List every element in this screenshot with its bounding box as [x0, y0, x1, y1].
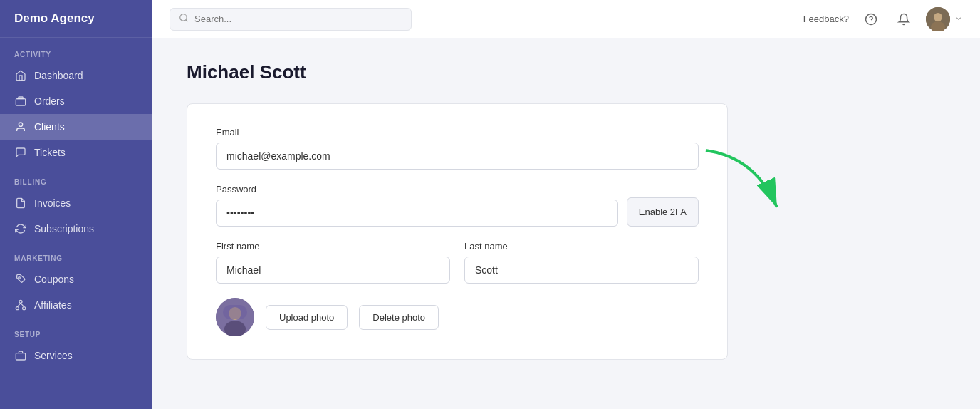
form-card: Email Password Enable 2FA First name Las…	[187, 103, 728, 360]
sidebar-label-orders: Orders	[34, 95, 65, 107]
chat-icon	[14, 146, 27, 159]
svg-line-9	[186, 19, 188, 21]
email-group: Email	[216, 127, 699, 170]
section-marketing: MARKETING	[0, 242, 152, 266]
sidebar-item-tickets[interactable]: Tickets	[0, 140, 152, 165]
sidebar-label-clients: Clients	[34, 121, 65, 133]
first-name-field[interactable]	[216, 257, 450, 284]
search-icon	[179, 13, 189, 26]
profile-photo-avatar	[216, 298, 254, 336]
last-name-field[interactable]	[464, 257, 699, 284]
feedback-link[interactable]: Feedback?	[803, 14, 849, 24]
sidebar-item-services[interactable]: Services	[0, 343, 152, 368]
svg-point-2	[19, 300, 22, 303]
green-arrow-annotation	[699, 143, 791, 229]
svg-point-1	[19, 277, 21, 279]
doc-icon	[14, 197, 27, 209]
brand-name: Demo Agency	[0, 0, 152, 38]
svg-point-4	[23, 307, 26, 310]
svg-rect-18	[223, 305, 247, 319]
topbar-right: Feedback?	[803, 7, 963, 31]
svg-rect-7	[16, 353, 25, 360]
page-title: Michael Scott	[187, 61, 946, 83]
sidebar-label-coupons: Coupons	[34, 274, 74, 285]
user-avatar-menu[interactable]	[926, 7, 963, 31]
sidebar-label-subscriptions: Subscriptions	[34, 223, 94, 234]
svg-line-5	[17, 303, 21, 306]
photo-row: Upload photo Delete photo	[216, 298, 699, 336]
sidebar-label-tickets: Tickets	[34, 147, 66, 158]
password-group: Password	[216, 184, 618, 227]
delete-photo-button[interactable]: Delete photo	[359, 305, 439, 330]
last-name-group: Last name	[464, 241, 699, 284]
user-icon	[14, 120, 27, 133]
email-label: Email	[216, 127, 699, 138]
tag-icon	[14, 273, 27, 286]
main-area: Feedback? Mic	[152, 0, 980, 409]
home-icon	[14, 69, 27, 82]
sidebar-item-subscriptions[interactable]: Subscriptions	[0, 216, 152, 242]
sidebar-label-services: Services	[34, 350, 73, 361]
briefcase-icon	[14, 349, 27, 362]
password-field[interactable]	[216, 200, 618, 227]
sidebar-item-invoices[interactable]: Invoices	[0, 190, 152, 216]
sidebar-item-orders[interactable]: Orders	[0, 88, 152, 114]
svg-point-8	[180, 14, 187, 20]
sidebar-label-invoices: Invoices	[34, 197, 71, 209]
avatar	[926, 7, 950, 31]
upload-photo-button[interactable]: Upload photo	[266, 305, 348, 330]
section-setup: SETUP	[0, 318, 152, 343]
affiliates-icon	[14, 299, 27, 311]
svg-point-13	[934, 13, 942, 21]
help-icon-button[interactable]	[860, 9, 882, 30]
password-label: Password	[216, 184, 618, 195]
email-field[interactable]	[216, 143, 699, 170]
password-row: Password Enable 2FA	[216, 184, 699, 227]
sidebar-label-affiliates: Affiliates	[34, 299, 72, 311]
search-wrap[interactable]	[170, 8, 412, 31]
section-billing: BILLING	[0, 165, 152, 190]
sidebar-item-coupons[interactable]: Coupons	[0, 266, 152, 292]
last-name-label: Last name	[464, 241, 699, 252]
orders-icon	[14, 95, 27, 108]
enable-2fa-button[interactable]: Enable 2FA	[627, 197, 699, 227]
first-name-label: First name	[216, 241, 450, 252]
sidebar-item-clients[interactable]: Clients	[0, 114, 152, 140]
svg-line-6	[21, 303, 24, 306]
sidebar-label-dashboard: Dashboard	[34, 70, 83, 81]
chevron-down-icon	[954, 13, 963, 26]
first-name-group: First name	[216, 241, 450, 284]
notifications-icon-button[interactable]	[893, 9, 914, 30]
search-input[interactable]	[194, 14, 402, 24]
refresh-icon	[14, 222, 27, 235]
sidebar-item-dashboard[interactable]: Dashboard	[0, 63, 152, 88]
svg-point-3	[16, 307, 19, 310]
page-content: Michael Scott Email Password Enable 2FA …	[152, 38, 980, 409]
svg-point-0	[19, 123, 22, 126]
sidebar-item-affiliates[interactable]: Affiliates	[0, 292, 152, 318]
name-row: First name Last name	[216, 241, 699, 284]
sidebar: Demo Agency ACTIVITY Dashboard Orders Cl…	[0, 0, 152, 409]
topbar: Feedback?	[152, 0, 980, 38]
section-activity: ACTIVITY	[0, 38, 152, 63]
